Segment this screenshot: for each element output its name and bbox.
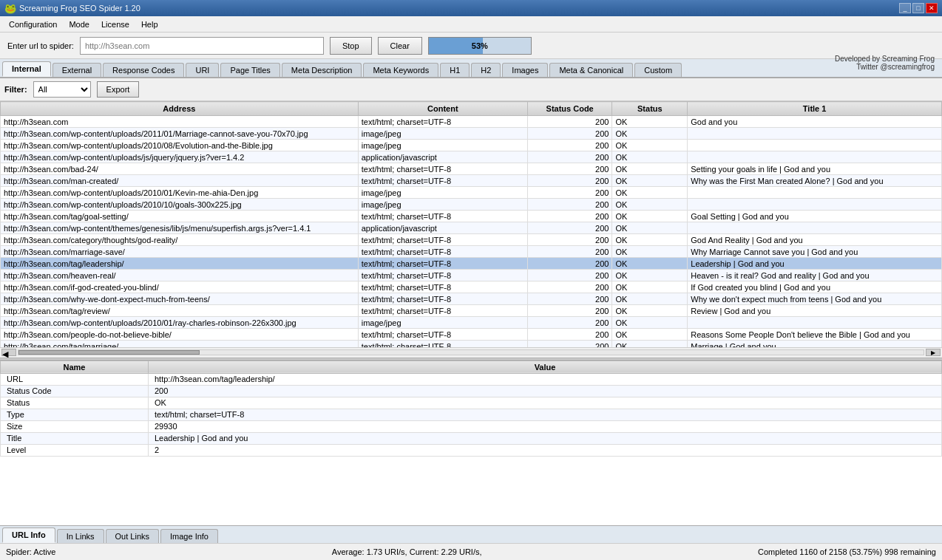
detail-name: Title (1, 432, 149, 444)
tab-h2[interactable]: H2 (471, 63, 501, 77)
tab-meta-canonical[interactable]: Meta & Canonical (549, 63, 633, 77)
menu-configuration[interactable]: Configuration (3, 18, 63, 30)
cell-status: OK (612, 187, 688, 199)
detail-value: Leadership | God and you (149, 432, 942, 444)
table-row[interactable]: http://h3sean.com/wp-content/uploads/201… (1, 187, 942, 199)
window-controls[interactable]: _ □ ✕ (899, 3, 938, 13)
main-table: Address Content Status Code Status Title… (0, 101, 942, 347)
detail-col-name[interactable]: Name (1, 361, 149, 373)
cell-content: text/html; charset=UTF-8 (358, 211, 527, 222)
col-header-content[interactable]: Content (358, 102, 527, 116)
status-right: Completed 1160 of 2158 (53.75%) 998 rema… (758, 547, 936, 556)
progress-bar: 53% (428, 37, 532, 55)
export-button[interactable]: Export (97, 81, 140, 98)
hscroll-thumb[interactable] (18, 350, 200, 355)
cell-status: OK (612, 234, 688, 246)
tab-internal[interactable]: Internal (2, 61, 51, 77)
table-row[interactable]: http://h3sean.com/category/thoughts/god-… (1, 234, 942, 246)
tab-meta-description[interactable]: Meta Description (282, 63, 362, 77)
main-table-body: http://h3sean.com text/html; charset=UTF… (1, 116, 942, 347)
cell-status: OK (612, 270, 688, 281)
table-row[interactable]: http://h3sean.com/wp-content/themes/gene… (1, 222, 942, 234)
table-row[interactable]: http://h3sean.com/tag/marriage/ text/htm… (1, 341, 942, 347)
cell-address: http://h3sean.com/category/thoughts/god-… (1, 234, 359, 246)
table-row[interactable]: http://h3sean.com/wp-content/uploads/201… (1, 317, 942, 329)
table-row[interactable]: http://h3sean.com text/html; charset=UTF… (1, 116, 942, 128)
stop-button[interactable]: Stop (330, 37, 372, 55)
table-row[interactable]: http://h3sean.com/man-created/ text/html… (1, 175, 942, 187)
menu-license[interactable]: License (95, 18, 135, 30)
cell-title: Reasons Some People Don't believe the Bi… (688, 329, 942, 341)
detail-name: Status (1, 397, 149, 409)
bottom-tab-bar: URL Info In Links Out Links Image Info (0, 525, 942, 543)
tab-page-titles[interactable]: Page Titles (220, 63, 279, 77)
filter-label: Filter: (4, 85, 27, 94)
col-header-title[interactable]: Title 1 (688, 102, 942, 116)
tab-response-codes[interactable]: Response Codes (103, 63, 184, 77)
cell-status-code: 200 (527, 341, 612, 347)
tab-custom[interactable]: Custom (634, 63, 682, 77)
maximize-button[interactable]: □ (912, 3, 924, 13)
menu-help[interactable]: Help (135, 18, 164, 30)
filter-select[interactable]: All HTML JavaScript CSS Images PDF Flash… (33, 81, 91, 98)
detail-row: Status OK (1, 397, 942, 409)
table-row[interactable]: http://h3sean.com/tag/review/ text/html;… (1, 305, 942, 317)
close-button[interactable]: ✕ (926, 3, 938, 13)
status-center: Average: 1.73 URI/s, Current: 2.29 URI/s… (332, 547, 482, 556)
table-row[interactable]: http://h3sean.com/bad-24/ text/html; cha… (1, 163, 942, 175)
table-row[interactable]: http://h3sean.com/marriage-save/ text/ht… (1, 246, 942, 258)
cell-title: Why we don't expect much from teens | Go… (688, 293, 942, 305)
url-input[interactable] (80, 37, 324, 55)
table-row[interactable]: http://h3sean.com/if-god-created-you-bli… (1, 281, 942, 293)
table-row[interactable]: http://h3sean.com/wp-content/uploads/201… (1, 128, 942, 140)
cell-content: application/javascript (358, 222, 527, 234)
tab-in-links[interactable]: In Links (57, 529, 104, 543)
detail-row: Size 29930 (1, 420, 942, 432)
minimize-button[interactable]: _ (899, 3, 911, 13)
table-row[interactable]: http://h3sean.com/tag/leadership/ text/h… (1, 258, 942, 270)
tab-external[interactable]: External (52, 63, 101, 77)
cell-title: Marriage | God and you (688, 341, 942, 347)
tab-images[interactable]: Images (502, 63, 548, 77)
clear-button[interactable]: Clear (378, 37, 422, 55)
table-row[interactable]: http://h3sean.com/wp-content/uploads/201… (1, 199, 942, 211)
cell-address: http://h3sean.com/wp-content/themes/gene… (1, 222, 359, 234)
detail-col-value[interactable]: Value (149, 361, 942, 373)
hscroll-track[interactable] (18, 349, 924, 355)
cell-status: OK (612, 317, 688, 329)
col-header-address[interactable]: Address (1, 102, 359, 116)
detail-row: Status Code 200 (1, 385, 942, 397)
hscroll-area[interactable]: ◀ ▶ (0, 347, 942, 358)
menu-mode[interactable]: Mode (63, 18, 95, 30)
tab-uri[interactable]: URI (186, 63, 219, 77)
cell-title: Leadership | God and you (688, 258, 942, 270)
detail-value: http://h3sean.com/tag/leadership/ (149, 373, 942, 385)
tab-image-info[interactable]: Image Info (160, 529, 218, 543)
table-row[interactable]: http://h3sean.com/people-do-not-believe-… (1, 329, 942, 341)
col-header-status[interactable]: Status (612, 102, 688, 116)
cell-status: OK (612, 281, 688, 293)
table-row[interactable]: http://h3sean.com/wp-content/uploads/js/… (1, 151, 942, 163)
table-row[interactable]: http://h3sean.com/wp-content/uploads/201… (1, 140, 942, 151)
cell-title: Review | God and you (688, 305, 942, 317)
cell-address: http://h3sean.com/tag/review/ (1, 305, 359, 317)
cell-title: God and you (688, 116, 942, 128)
cell-content: application/javascript (358, 151, 527, 163)
tab-out-links[interactable]: Out Links (106, 529, 159, 543)
tab-url-info[interactable]: URL Info (2, 527, 55, 543)
cell-status: OK (612, 128, 688, 140)
table-row[interactable]: http://h3sean.com/why-we-dont-expect-muc… (1, 293, 942, 305)
hscroll-left[interactable]: ◀ (1, 349, 16, 356)
cell-status-code: 200 (527, 140, 612, 151)
table-row[interactable]: http://h3sean.com/heaven-real/ text/html… (1, 270, 942, 281)
menu-bar: Configuration Mode License Help (0, 16, 942, 33)
tab-meta-keywords[interactable]: Meta Keywords (363, 63, 438, 77)
cell-address: http://h3sean.com/wp-content/uploads/201… (1, 140, 359, 151)
url-label: Enter url to spider: (7, 41, 74, 50)
table-row[interactable]: http://h3sean.com/tag/goal-setting/ text… (1, 211, 942, 222)
tab-h1[interactable]: H1 (440, 63, 470, 77)
cell-content: text/html; charset=UTF-8 (358, 234, 527, 246)
col-header-status-code[interactable]: Status Code (527, 102, 612, 116)
hscroll-right[interactable]: ▶ (926, 349, 941, 356)
cell-status: OK (612, 293, 688, 305)
